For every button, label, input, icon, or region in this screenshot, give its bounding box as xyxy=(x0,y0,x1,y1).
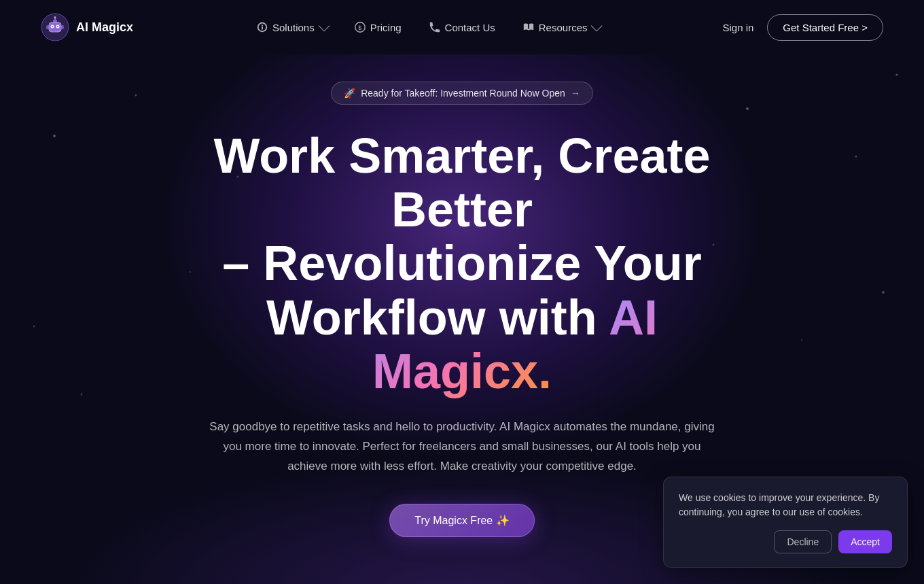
nav-item-solutions: Solutions xyxy=(245,16,338,39)
svg-point-18 xyxy=(896,74,898,76)
svg-text:$: $ xyxy=(358,24,361,31)
cookie-text: We use cookies to improve your experienc… xyxy=(679,491,892,519)
resources-link[interactable]: Resources xyxy=(512,16,611,39)
solutions-link[interactable]: Solutions xyxy=(245,16,338,39)
solutions-icon xyxy=(256,21,268,33)
solutions-chevron xyxy=(318,20,330,31)
hero-headline: Work Smarter, Create Better – Revolution… xyxy=(170,129,754,398)
headline-line2: – Revolutionize Your xyxy=(222,236,701,290)
headline-line3-plain: Workflow with xyxy=(266,290,609,345)
rocket-icon: 🚀 xyxy=(344,88,355,99)
navbar: AI Magicx Solutions $ Pricing xyxy=(0,0,924,54)
cookie-actions: Decline Accept xyxy=(679,530,892,553)
nav-links: Solutions $ Pricing Contact Us xyxy=(245,16,610,39)
logo-icon xyxy=(41,13,69,41)
svg-rect-6 xyxy=(53,20,57,23)
resources-icon xyxy=(522,21,535,33)
pricing-link[interactable]: $ Pricing xyxy=(343,16,412,39)
pricing-icon: $ xyxy=(354,21,366,33)
svg-point-13 xyxy=(53,135,56,137)
logo-text: AI Magicx xyxy=(76,20,133,35)
svg-point-19 xyxy=(33,326,35,328)
hero-subtitle: Say goodbye to repetitive tasks and hell… xyxy=(204,417,720,477)
decline-button[interactable]: Decline xyxy=(774,530,832,553)
nav-item-resources: Resources xyxy=(512,16,611,39)
svg-point-14 xyxy=(135,95,137,97)
get-started-button[interactable]: Get Started Free > xyxy=(767,14,883,41)
logo-link[interactable]: AI Magicx xyxy=(41,13,133,41)
nav-item-pricing: $ Pricing xyxy=(343,16,412,39)
svg-rect-9 xyxy=(46,25,49,29)
hero-content: 🚀 Ready for Takeoff: Investment Round No… xyxy=(170,82,754,537)
svg-point-5 xyxy=(57,26,58,27)
svg-point-24 xyxy=(801,339,802,341)
signin-link[interactable]: Sign in xyxy=(722,22,753,33)
svg-point-17 xyxy=(855,156,857,158)
headline-line1: Work Smarter, Create Better xyxy=(213,128,710,237)
svg-point-20 xyxy=(882,291,885,294)
nav-right: Sign in Get Started Free > xyxy=(722,14,883,41)
svg-rect-10 xyxy=(61,25,64,29)
accept-button[interactable]: Accept xyxy=(838,530,892,553)
announcement-badge[interactable]: 🚀 Ready for Takeoff: Investment Round No… xyxy=(331,82,593,105)
contact-link[interactable]: Contact Us xyxy=(418,16,506,39)
svg-point-4 xyxy=(52,26,53,27)
svg-rect-1 xyxy=(49,22,61,32)
svg-point-21 xyxy=(81,394,83,396)
nav-item-contact: Contact Us xyxy=(418,16,506,39)
cookie-banner: We use cookies to improve your experienc… xyxy=(663,477,908,568)
try-magicx-button[interactable]: Try Magicx Free ✨ xyxy=(389,504,534,537)
resources-chevron xyxy=(591,20,603,31)
phone-icon xyxy=(429,21,441,33)
badge-arrow: → xyxy=(571,88,580,99)
svg-point-8 xyxy=(54,16,56,18)
badge-text: Ready for Takeoff: Investment Round Now … xyxy=(361,88,565,99)
